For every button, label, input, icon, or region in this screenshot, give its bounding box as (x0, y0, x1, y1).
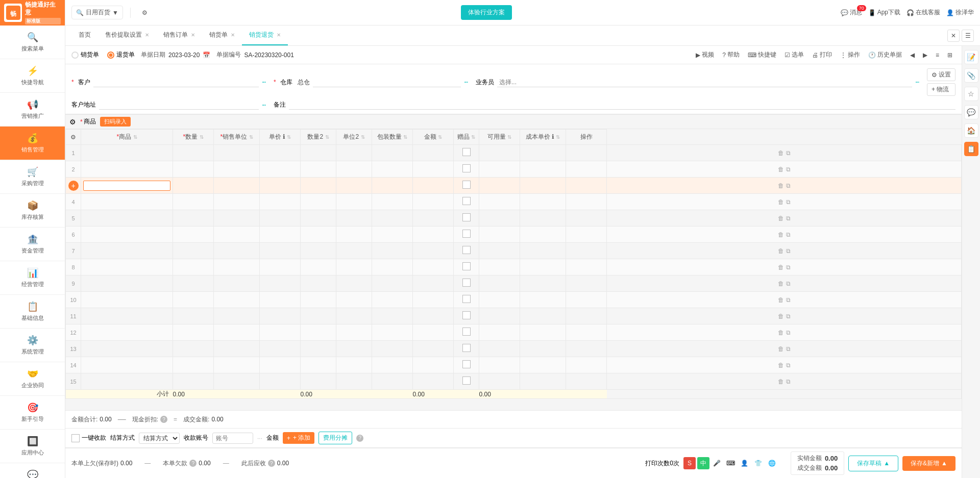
view-list-btn[interactable]: ≡ (933, 49, 942, 61)
delete-icon[interactable]: 🗑 (778, 313, 784, 320)
sidebar-item-purchase[interactable]: 🛒 采购管理 (0, 160, 65, 194)
gift-checkbox[interactable] (462, 230, 471, 238)
right-panel-home[interactable]: 🏠 (964, 123, 978, 138)
video-btn[interactable]: ▶ 视频 (693, 49, 717, 61)
delete-icon[interactable]: 🗑 (778, 215, 784, 222)
sys-icon-2[interactable]: 中 (697, 457, 709, 469)
product-cell[interactable] (81, 324, 173, 341)
delete-icon[interactable]: 🗑 (778, 231, 784, 238)
settlement-select[interactable]: 结算方式 (139, 433, 180, 444)
sidebar-item-operation[interactable]: 📊 经营管理 (0, 261, 65, 295)
sidebar-item-system[interactable]: ⚙️ 系统管理 (0, 329, 65, 362)
table-settings-icon[interactable]: ⚙ (69, 118, 76, 126)
select-btn[interactable]: ☑ 选单 (781, 49, 807, 61)
view-grid-btn[interactable]: ⊞ (944, 49, 955, 61)
remark-input[interactable] (289, 100, 955, 110)
tabs-menu-btn[interactable]: ☰ (962, 30, 974, 42)
gift-checkbox[interactable] (462, 262, 471, 270)
product-cell[interactable] (81, 259, 173, 275)
sidebar-item-wechat[interactable]: 💬 企业微信 (0, 463, 65, 478)
help-btn[interactable]: ? 帮助 (719, 49, 743, 61)
copy-icon[interactable]: ⧉ (786, 231, 791, 238)
gift-checkbox[interactable] (462, 328, 471, 336)
product-cell[interactable] (81, 243, 173, 259)
add-btn[interactable]: + + 添加 (283, 432, 314, 444)
sys-icon-5[interactable]: 👤 (739, 457, 751, 469)
product-input[interactable] (83, 181, 170, 191)
settings-btn[interactable]: ⚙ 设置 (927, 68, 955, 81)
single-debt-help[interactable]: ? (189, 460, 197, 467)
product-cell[interactable] (81, 292, 173, 308)
app-download[interactable]: 📱 App下载 (868, 8, 900, 17)
product-cell[interactable] (81, 145, 173, 161)
gift-checkbox[interactable] (462, 197, 471, 205)
sys-icon-7[interactable]: 🌐 (766, 457, 778, 469)
salesperson-select-btn[interactable]: ··· (915, 78, 919, 87)
delete-icon[interactable]: 🗑 (778, 345, 784, 353)
delete-icon[interactable]: 🗑 (778, 182, 784, 189)
sidebar-item-marketing[interactable]: 📢 营销推广 (0, 93, 65, 127)
sidebar-item-sales[interactable]: 💰 销售管理 (0, 127, 65, 160)
logistics-btn[interactable]: + 物流 (927, 83, 955, 96)
payment-help-icon[interactable]: ? (356, 435, 363, 442)
account-input[interactable] (212, 433, 253, 444)
sys-icon-6[interactable]: 👕 (752, 457, 765, 469)
right-panel-attach[interactable]: 📎 (964, 68, 978, 83)
sys-icon-4[interactable]: ⌨ (725, 457, 737, 469)
settings-nav-item[interactable]: ⚙ (138, 7, 152, 18)
copy-icon[interactable]: ⧉ (786, 198, 791, 206)
tab-price-settings[interactable]: 售价提取设置 ✕ (98, 26, 156, 45)
calendar-icon[interactable]: 📅 (203, 52, 210, 59)
tab-sales-delivery-close[interactable]: ✕ (231, 32, 235, 38)
product-cell[interactable] (81, 194, 173, 210)
right-panel-active[interactable]: 📋 (964, 142, 978, 156)
delete-icon[interactable]: 🗑 (778, 280, 784, 287)
delete-icon[interactable]: 🗑 (778, 378, 784, 385)
copy-icon[interactable]: ⧉ (786, 362, 791, 369)
product-cell[interactable] (81, 357, 173, 373)
product-cell[interactable] (81, 373, 173, 390)
right-panel-notes[interactable]: 📝 (964, 50, 978, 64)
history-btn[interactable]: 🕐 历史单据 (865, 49, 905, 61)
sidebar-item-enterprise[interactable]: 🤝 企业协同 (0, 362, 65, 396)
salesperson-input[interactable] (497, 78, 912, 87)
address-select-btn[interactable]: ··· (262, 100, 265, 110)
sidebar-item-appcenter[interactable]: 🔲 应用中心 (0, 430, 65, 463)
warehouse-input[interactable] (313, 78, 461, 87)
copy-icon[interactable]: ⧉ (786, 378, 791, 385)
sidebar-item-basic[interactable]: 📋 基础信息 (0, 295, 65, 329)
radio-delivery[interactable]: 销货单 (71, 51, 99, 59)
copy-icon[interactable]: ⧉ (786, 296, 791, 304)
next-btn[interactable]: ▶ (920, 49, 930, 61)
address-input[interactable] (99, 100, 259, 110)
customer-select-btn[interactable]: ··· (262, 78, 265, 87)
gift-checkbox[interactable] (462, 279, 471, 287)
right-panel-chat[interactable]: 💬 (964, 105, 978, 119)
one-click-checkbox[interactable] (71, 434, 80, 442)
sidebar-item-guide[interactable]: 🎯 新手引导 (0, 396, 65, 430)
gift-checkbox[interactable] (462, 311, 471, 319)
product-cell[interactable] (81, 308, 173, 324)
delete-icon[interactable]: 🗑 (778, 362, 784, 369)
radio-return[interactable]: 退货单 (107, 51, 135, 59)
gift-checkbox[interactable] (462, 344, 471, 352)
experience-btn[interactable]: 体验行业方案 (461, 5, 512, 20)
copy-icon[interactable]: ⧉ (786, 166, 791, 173)
tab-sales-order[interactable]: 销售订单 ✕ (156, 26, 202, 45)
scan-btn[interactable]: 扫码录入 (100, 117, 131, 127)
copy-icon[interactable]: ⧉ (786, 264, 791, 271)
one-click-payment[interactable]: 一键收款 (71, 434, 106, 442)
product-cell[interactable] (81, 161, 173, 178)
tab-sales-order-close[interactable]: ✕ (191, 32, 195, 38)
receivable-help[interactable]: ? (268, 460, 275, 467)
user-info[interactable]: 👤 徐泽华 (946, 8, 974, 17)
topbar-message[interactable]: 💬 消息 70 (841, 8, 862, 17)
copy-icon[interactable]: ⧉ (786, 313, 791, 320)
fee-btn[interactable]: 费用分摊 (318, 432, 352, 444)
delete-icon[interactable]: 🗑 (778, 166, 784, 173)
delete-icon[interactable]: 🗑 (778, 198, 784, 206)
right-panel-star[interactable]: ☆ (964, 87, 978, 101)
save-new-btn[interactable]: 保存&新增 ▲ (902, 456, 955, 471)
sys-icon-1[interactable]: S (683, 457, 696, 469)
discount-help-icon[interactable]: ? (160, 416, 167, 423)
